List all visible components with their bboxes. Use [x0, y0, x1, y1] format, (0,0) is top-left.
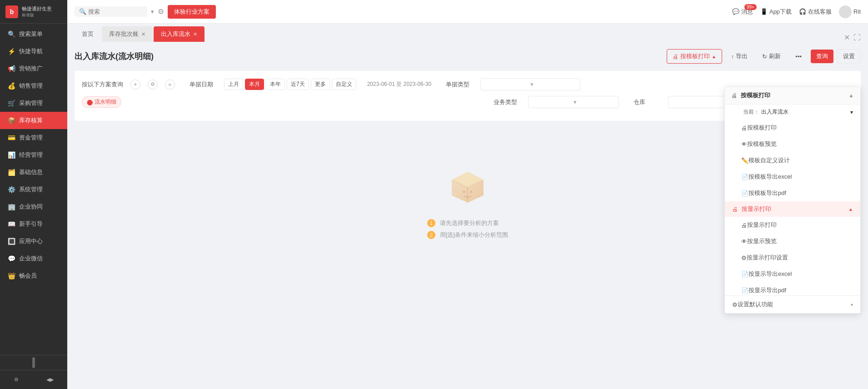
sidebar-item-marketing[interactable]: 📢 营销推广	[0, 60, 67, 77]
window-controls: ✕ ⛶	[844, 33, 861, 42]
sidebar-item-finance[interactable]: 💳 资金管理	[0, 129, 67, 146]
sidebar-item-basic[interactable]: 🗂️ 基础信息	[0, 164, 67, 181]
gear-settings-icon[interactable]: ⚙	[158, 7, 164, 16]
finance-icon: 💳	[7, 134, 15, 142]
current-filter-tag[interactable]: ⬤ 流水明细	[82, 96, 121, 108]
dropdown-item-template-export-pdf[interactable]: 📄 按模板导出pdf	[725, 185, 860, 201]
sidebar-item-operations[interactable]: 📊 经营管理	[0, 146, 67, 164]
refresh-icon: ↻	[762, 53, 767, 60]
sidebar-item-purchase[interactable]: 🛒 采购管理	[0, 95, 67, 112]
filter-tag-icon: ⬤	[87, 99, 93, 105]
set-default-button[interactable]: ⚙ 设置默认功能 ▾	[725, 296, 860, 313]
refresh-button[interactable]: ↻ 刷新	[757, 50, 786, 63]
filter-settings-button[interactable]: ⚙	[148, 80, 158, 90]
sidebar-item-sales[interactable]: 💰 销售管理	[0, 77, 67, 95]
dropdown-item-template-custom[interactable]: ✏️ 模板自定义设计	[725, 152, 860, 169]
more-options-button[interactable]: •••	[790, 50, 807, 63]
top-bar: 🔍 ▾ ⚙ 体验行业方案 💬 消息 99+ 📱 App下载 🎧	[67, 0, 868, 24]
sidebar-item-apps[interactable]: 🔳 应用中心	[0, 233, 67, 250]
template-excel-icon: 📄	[741, 174, 748, 180]
dropdown-item-display-print[interactable]: 🖨 按显示打印	[725, 217, 860, 233]
sidebar-item-vip[interactable]: 👑 畅会员	[0, 267, 67, 284]
industry-solution-button[interactable]: 体验行业方案	[168, 5, 216, 19]
filter-collapse-icon[interactable]: «	[165, 80, 175, 90]
sidebar-settings-btn[interactable]: ⚙	[10, 375, 22, 384]
business-chevron-icon: ▾	[574, 99, 614, 105]
tab-home[interactable]: 首页	[75, 26, 101, 42]
basic-icon: 🗂️	[7, 168, 15, 176]
sidebar-item-quick-nav[interactable]: ⚡ 快捷导航	[0, 43, 67, 60]
dropdown-item-template-print[interactable]: 🖨 按模板打印	[725, 120, 860, 136]
sidebar-item-enterprise[interactable]: 🏢 企业协同	[0, 198, 67, 215]
page-actions: 🖨 按模板打印 ▲ ↑ 导出 ↻ 刷新 ••• 查询	[667, 49, 861, 64]
sidebar-item-guide[interactable]: 📖 新手引导	[0, 215, 67, 233]
display-print-section-icon: 🖨	[732, 206, 738, 213]
logo-icon: b	[5, 5, 18, 18]
print-dropdown-panel: 🖨 按模板打印 ▲ 当前： 出入库流水 ▾ 🖨 按模板打印	[724, 86, 861, 314]
page-title: 出入库流水(流水明细)	[75, 51, 154, 62]
user-avatar-button[interactable]: Rit	[839, 5, 861, 18]
dropdown-item-display-settings[interactable]: ⚙ 按显示打印设置	[725, 249, 860, 266]
printer-icon: 🖨	[673, 53, 678, 60]
system-icon: ⚙️	[7, 185, 15, 194]
empty-state-icon	[445, 163, 490, 208]
date-last-month-btn[interactable]: 上月	[224, 79, 243, 90]
window-expand-button[interactable]: ⛶	[853, 34, 861, 42]
dropdown-footer: ⚙ 设置默认功能 ▾	[725, 295, 860, 313]
tab-in-out-flow-close[interactable]: ✕	[193, 31, 197, 37]
date-more-btn[interactable]: 更多	[311, 79, 330, 90]
apps-icon: 🔳	[7, 237, 15, 245]
settings-button[interactable]: 设置	[837, 49, 861, 64]
sidebar-item-inventory[interactable]: 📦 库存核算	[0, 112, 67, 129]
template-pdf-icon: 📄	[741, 190, 748, 197]
export-button[interactable]: ↑ 导出	[726, 50, 753, 63]
dropdown-item-display-preview[interactable]: 👁 按显示预览	[725, 233, 860, 249]
dropdown-arrow-icon[interactable]: ▾	[151, 8, 154, 15]
search-icon: 🔍	[79, 8, 86, 15]
customer-service-button[interactable]: 🎧 在线客服	[799, 8, 832, 16]
app-download-button[interactable]: 📱 App下载	[760, 8, 792, 16]
top-bar-right: 💬 消息 99+ 📱 App下载 🎧 在线客服 Rit	[732, 5, 861, 18]
tab-batch-account[interactable]: 库存批次账 ✕	[102, 26, 153, 42]
dropdown-item-display-pdf[interactable]: 📄 按显示导出pdf	[725, 282, 860, 295]
search-input[interactable]	[88, 8, 134, 15]
messages-button[interactable]: 💬 消息 99+	[732, 8, 753, 16]
business-type-select[interactable]: ▾	[528, 96, 619, 108]
template-custom-icon: ✏️	[741, 157, 748, 164]
sidebar-nav: 🔍 搜索菜单 ⚡ 快捷导航 📢 营销推广 💰 销售管理 🛒 采购管理 📦	[0, 24, 67, 355]
sidebar-item-wechat[interactable]: 💬 企业微信	[0, 250, 67, 267]
dropdown-item-template-export-excel[interactable]: 📄 按模板导出excel	[725, 169, 860, 185]
query-button[interactable]: 查询	[811, 50, 833, 63]
warehouse-label: 仓库	[634, 98, 661, 106]
print-header-icon: 🖨	[731, 92, 737, 99]
dropdown-item-display-excel[interactable]: 📄 按显示导出excel	[725, 266, 860, 282]
operations-icon: 📊	[7, 151, 15, 159]
sidebar-item-search[interactable]: 🔍 搜索菜单	[0, 25, 67, 43]
add-filter-button[interactable]: +	[130, 80, 140, 90]
display-pdf-icon: 📄	[741, 287, 748, 294]
dropdown-item-template-preview[interactable]: 👁 按模板预览	[725, 136, 860, 152]
tab-batch-account-close[interactable]: ✕	[141, 31, 145, 37]
top-search-box[interactable]: 🔍	[75, 6, 147, 17]
window-close-button[interactable]: ✕	[844, 33, 850, 42]
collapse-icon: ◀▶	[46, 377, 54, 383]
phone-icon: 📱	[760, 8, 768, 15]
print-template-button[interactable]: 🖨 按模板打印 ▲	[667, 49, 722, 64]
date-custom-btn[interactable]: 自定义	[332, 79, 356, 90]
dropdown-header-chevron-icon[interactable]: ▲	[848, 92, 854, 99]
date-current-month-btn[interactable]: 本月	[245, 79, 264, 90]
tab-in-out-flow[interactable]: 出入库流水 ✕	[154, 26, 205, 42]
date-last-7-btn[interactable]: 近7天	[287, 79, 309, 90]
inventory-icon: 📦	[7, 116, 15, 125]
marketing-icon: 📢	[7, 65, 15, 73]
date-filters: 上月 本月 本年 近7天 更多 自定义	[224, 79, 356, 90]
main-content: 🔍 ▾ ⚙ 体验行业方案 💬 消息 99+ 📱 App下载 🎧	[67, 0, 868, 389]
hint-number-2: 2	[427, 231, 435, 239]
sidebar-collapse-btn[interactable]: ◀▶	[43, 375, 57, 384]
empty-hint: 1 请先选择要分析的方案 2 用[选]条件来缩小分析范围	[427, 217, 508, 241]
date-current-year-btn[interactable]: 本年	[266, 79, 285, 90]
display-print-section-header[interactable]: 🖨 按显示打印 ▲	[725, 201, 860, 217]
settings-gear-icon: ⚙	[14, 377, 19, 383]
sidebar-item-system[interactable]: ⚙️ 系统管理	[0, 181, 67, 198]
doc-type-select[interactable]: ▾	[480, 78, 580, 90]
